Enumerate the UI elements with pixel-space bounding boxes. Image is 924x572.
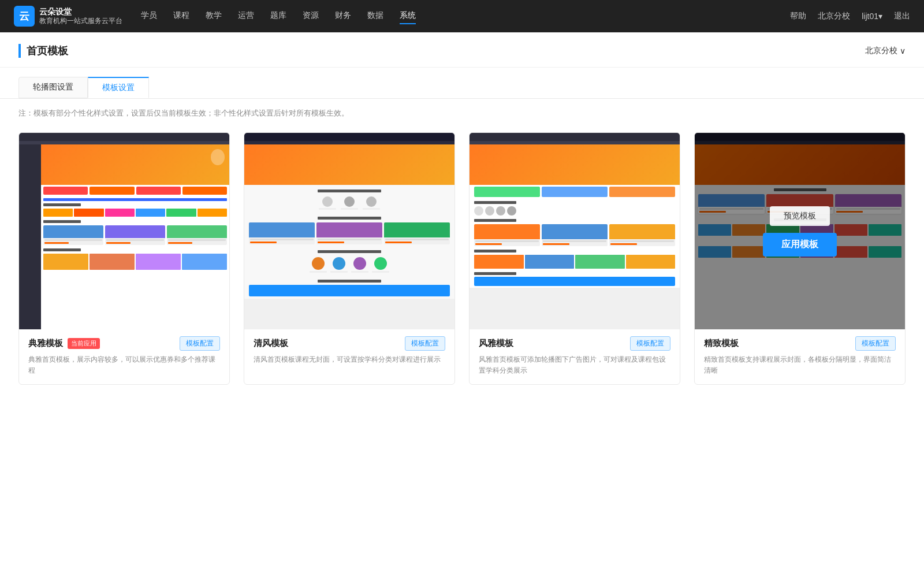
template-card-dianaya: 典雅模板 当前应用 模板配置 典雅首页模板，展示内容较多，可以展示优惠券和多个推…: [18, 132, 230, 385]
main-content: 首页模板 北京分校 ∨ 轮播图设置 模板设置 注：模板有部分个性化样式设置，设置…: [0, 32, 924, 572]
template-name-1: 典雅模板: [28, 338, 63, 349]
nav-item-data[interactable]: 数据: [367, 8, 383, 24]
templates-grid: 典雅模板 当前应用 模板配置 典雅首页模板，展示内容较多，可以展示优惠券和多个推…: [0, 128, 924, 408]
config-button-3[interactable]: 模板配置: [630, 336, 670, 351]
preview-button-jingzhi[interactable]: 预览模板: [770, 206, 830, 226]
logo-text: 云朵设堂 教育机构一站式服务云平台: [39, 6, 122, 26]
apply-button-jingzhi[interactable]: 应用模板: [763, 233, 837, 257]
template-desc-1: 典雅首页模板，展示内容较多，可以展示优惠券和多个推荐课程: [28, 354, 220, 376]
nav-item-course[interactable]: 课程: [173, 8, 189, 24]
template-desc-4: 精致首页模板支持课程展示封面，各模板分隔明显，界面简洁清晰: [704, 354, 896, 376]
tab-template[interactable]: 模板设置: [88, 77, 149, 98]
template-card-qingfeng: 清风模板 模板配置 清风首页模板课程无封面，可设置按学科分类对课程进行展示: [244, 132, 455, 385]
nav-item-system[interactable]: 系统: [400, 8, 416, 24]
nav-item-question[interactable]: 题库: [270, 8, 286, 24]
template-name-3: 风雅模板: [479, 338, 513, 349]
template-name-left-1: 典雅模板 当前应用: [28, 338, 100, 349]
tabs-bar: 轮播图设置 模板设置: [0, 68, 924, 99]
nav-item-ops[interactable]: 运营: [238, 8, 254, 24]
template-card-fengya: 风雅模板 模板配置 风雅首页模板可添加轮播图下广告图片，可对课程及课程包设置学科…: [469, 132, 680, 385]
nav-items: 学员 课程 教学 运营 题库 资源 财务 数据 系统: [141, 8, 416, 24]
user-menu[interactable]: lijt01▾: [862, 12, 882, 21]
template-name-2: 清风模板: [254, 338, 288, 349]
template-name-left-2: 清风模板: [254, 338, 288, 349]
template-overlay-jingzhi: 预览模板 应用模板: [695, 133, 905, 329]
template-preview-dianya: [19, 133, 229, 329]
nav-item-teach[interactable]: 教学: [206, 8, 222, 24]
nav-item-resource[interactable]: 资源: [303, 8, 319, 24]
template-footer-jingzhi: 精致模板 模板配置 精致首页模板支持课程展示封面，各模板分隔明显，界面简洁清晰: [695, 329, 905, 384]
nav-item-student[interactable]: 学员: [141, 8, 157, 24]
template-preview-qingfeng: [244, 133, 454, 329]
config-button-2[interactable]: 模板配置: [405, 336, 445, 351]
template-name-row-4: 精致模板 模板配置: [704, 336, 896, 351]
template-name-row-1: 典雅模板 当前应用 模板配置: [28, 336, 220, 351]
note-text: 注：模板有部分个性化样式设置，设置后仅当前模板生效；非个性化样式设置后针对所有模…: [0, 99, 924, 128]
template-name-left-3: 风雅模板: [479, 338, 513, 349]
page-title: 首页模板: [18, 44, 68, 58]
tab-carousel[interactable]: 轮播图设置: [18, 77, 88, 98]
template-name-row-3: 风雅模板 模板配置: [479, 336, 670, 351]
help-link[interactable]: 帮助: [790, 11, 806, 21]
template-footer-qingfeng: 清风模板 模板配置 清风首页模板课程无封面，可设置按学科分类对课程进行展示: [244, 329, 454, 373]
template-name-left-4: 精致模板: [704, 338, 739, 349]
template-preview-fengya: [470, 133, 680, 329]
template-preview-jingzhi: 预览模板 应用模板: [695, 133, 905, 329]
template-desc-2: 清风首页模板课程无封面，可设置按学科分类对课程进行展示: [254, 354, 445, 365]
school-link[interactable]: 北京分校: [818, 11, 850, 21]
nav-item-finance[interactable]: 财务: [335, 8, 351, 24]
template-name-row-2: 清风模板 模板配置: [254, 336, 445, 351]
preview-inner-1: [19, 133, 229, 329]
logo-icon: 云: [14, 6, 35, 27]
chevron-down-icon: ∨: [900, 46, 906, 55]
logout-link[interactable]: 退出: [894, 11, 910, 21]
template-footer-dianya: 典雅模板 当前应用 模板配置 典雅首页模板，展示内容较多，可以展示优惠券和多个推…: [19, 329, 229, 384]
config-button-1[interactable]: 模板配置: [180, 336, 220, 351]
template-card-jingzhi: 预览模板 应用模板 精致模板 模板配置 精致首页模板支持课程展示封面，各模板分隔…: [694, 132, 906, 385]
preview-inner-2: [244, 133, 454, 329]
page-header: 首页模板 北京分校 ∨: [0, 32, 924, 68]
template-footer-fengya: 风雅模板 模板配置 风雅首页模板可添加轮播图下广告图片，可对课程及课程包设置学科…: [470, 329, 680, 384]
template-name-4: 精致模板: [704, 338, 739, 349]
nav-left: 云 云朵设堂 教育机构一站式服务云平台 学员 课程 教学 运营 题库 资源 财务…: [14, 6, 416, 27]
template-desc-3: 风雅首页模板可添加轮播图下广告图片，可对课程及课程包设置学科分类展示: [479, 354, 670, 376]
school-switcher[interactable]: 北京分校 ∨: [865, 46, 906, 56]
logo: 云 云朵设堂 教育机构一站式服务云平台: [14, 6, 122, 27]
config-button-4[interactable]: 模板配置: [855, 336, 896, 351]
top-navigation: 云 云朵设堂 教育机构一站式服务云平台 学员 课程 教学 运营 题库 资源 财务…: [0, 0, 924, 32]
badge-current-1: 当前应用: [68, 338, 100, 349]
preview-inner-3: [470, 133, 680, 329]
nav-right: 帮助 北京分校 lijt01▾ 退出: [790, 11, 910, 21]
